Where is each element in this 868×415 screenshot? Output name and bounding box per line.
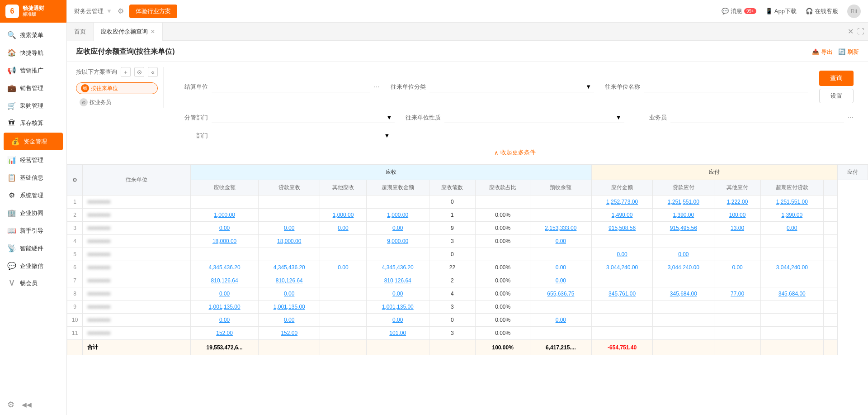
tab-expand-icon[interactable]: ⛶ (857, 28, 864, 36)
sidebar-item-member[interactable]: V 畅会员 (0, 275, 66, 292)
dept-mgr-select[interactable]: ▼ (212, 112, 395, 123)
settings-button[interactable]: 设置 (819, 89, 854, 103)
sidebar-item-guide[interactable]: 📖 新手引导 (0, 222, 66, 239)
bottom-collapse-icon[interactable]: ◀◀ (22, 401, 32, 408)
settings-col-header[interactable]: ⚙ (67, 165, 83, 196)
footer-row: 合计 19,553,472,6... 100.00% 6,417,215....… (67, 340, 868, 355)
sidebar-item-nav[interactable]: 🏠 快捷导航 (0, 44, 66, 62)
partner-name-input[interactable] (644, 81, 808, 92)
table-row: 7■■■■■■■810,126.64810,126.64810,126.6420… (67, 274, 868, 287)
bottom-settings-icon[interactable]: ⚙ (7, 400, 14, 410)
app-download-item[interactable]: 📱 App下载 (765, 7, 797, 15)
scheme-label: 按以下方案查询 (76, 68, 117, 76)
salesperson-label: 业务员 (635, 114, 667, 122)
tab-home-label: 首页 (74, 28, 86, 36)
message-icon: 💬 (722, 8, 729, 14)
filter-row-3: 部门 ▼ (171, 129, 859, 143)
field-partner-name: 往来单位名称 (599, 80, 814, 94)
sidebar-item-basic[interactable]: 📋 基础信息 (0, 169, 66, 186)
partner-name-label: 往来单位名称 (605, 83, 640, 91)
tab-close-icon[interactable]: ✕ (151, 29, 155, 35)
ap-group-header: 应付 (591, 165, 837, 180)
wechat-icon: 💬 (7, 262, 16, 270)
sidebar-item-purchase[interactable]: 🛒 采购管理 (0, 97, 66, 114)
export-button[interactable]: 📤 导出 (812, 48, 833, 56)
sidebar-label-hardware: 智能硬件 (20, 244, 43, 253)
field-partner-category: 往来单位分类 ▼ (385, 80, 599, 94)
tab-ar-ap[interactable]: 应收应付余额查询 ✕ (94, 23, 163, 41)
sidebar-item-sales[interactable]: 💼 销售管理 (0, 79, 66, 97)
sidebar-item-system[interactable]: ⚙ 系统管理 (0, 186, 66, 204)
table-body: 1■■■■■■■01,252,773.001,251,551.001,222.0… (67, 196, 868, 340)
header-right: 💬 消息 99+ 📱 App下载 🎧 在线客服 Rit (722, 5, 861, 18)
sidebar-label-wechat: 企业微信 (20, 262, 43, 270)
sidebar-item-marketing[interactable]: 📢 营销推广 (0, 62, 66, 79)
inventory-icon: 🏛 (7, 119, 16, 127)
user-name: Rit (851, 8, 858, 14)
ap-overdue-header: 超期应付贷款 (760, 180, 823, 196)
settlement-unit-more[interactable]: ··· (374, 83, 380, 91)
salesperson-more[interactable]: ··· (848, 114, 854, 122)
tab-close-all-icon[interactable]: ✕ (848, 27, 854, 36)
add-scheme-button[interactable]: + (121, 67, 131, 77)
partner-nature-select[interactable]: ▼ (444, 112, 624, 123)
basic-icon: 📋 (7, 173, 16, 182)
scheme-partner-label: 按往来单位 (91, 85, 118, 92)
scheme-salesperson[interactable]: ⊙ 按业务员 (76, 97, 158, 108)
app-download-label: App下载 (774, 7, 797, 15)
dept-select[interactable]: ▼ (212, 130, 392, 141)
logo-sub: 标准版 (23, 11, 44, 18)
filter-row-1: 结算单位 ··· 往来单位分类 ▼ 往来单位名称 (171, 67, 859, 107)
export-icon: 📤 (812, 48, 819, 55)
table-row: 3■■■■■■■0.000.000.000.0090.00%2,153,333.… (67, 222, 868, 235)
table-container[interactable]: ⚙ 往来单位 应收 应付 应付 应收金额 贷款应收 其他应收 超期应收金额 应收… (67, 164, 868, 415)
promo-button[interactable]: 体验行业方案 (129, 5, 177, 18)
sidebar-item-inventory[interactable]: 🏛 库存核算 (0, 114, 66, 132)
home-icon: 🏠 (7, 48, 16, 57)
purchase-icon: 🛒 (7, 101, 16, 110)
sidebar-label-sales: 销售管理 (20, 84, 43, 92)
message-item[interactable]: 💬 消息 99+ (722, 7, 756, 15)
collapse-button[interactable]: ∧ 收起更多条件 (487, 147, 543, 158)
partner-col-header: 往来单位 (83, 165, 190, 196)
table-row: 1■■■■■■■01,252,773.001,251,551.001,222.0… (67, 196, 868, 209)
sidebar-item-search[interactable]: 🔍 搜索菜单 (0, 26, 66, 44)
table-row: 8■■■■■■■0.000.000.0040.00%655,636.75345,… (67, 287, 868, 301)
edit-scheme-button[interactable]: ⊙ (134, 67, 144, 77)
sidebar-item-operation[interactable]: 📊 经营管理 (0, 151, 66, 169)
tab-bar-right: ✕ ⛶ (848, 27, 868, 36)
tab-home[interactable]: 首页 (67, 23, 94, 41)
corp-icon: 🏢 (7, 209, 16, 217)
finance-icon: 💰 (11, 137, 20, 146)
breadcrumb: 财务云管理 ▼ (74, 7, 112, 15)
scheme-salesperson-label: 按业务员 (90, 99, 111, 106)
page-title: 应收应付余额查询(按往来单位) (76, 47, 175, 57)
filter-row-2: 分管部门 ▼ 往来单位性质 ▼ 业务员 (171, 110, 859, 125)
sidebar-item-finance[interactable]: 💰 资金管理 (4, 133, 63, 150)
sidebar-item-corp[interactable]: 🏢 企业协同 (0, 204, 66, 222)
refresh-button[interactable]: 🔄 刷新 (838, 48, 859, 56)
sidebar-label-corp: 企业协同 (20, 209, 43, 217)
sidebar-item-hardware[interactable]: 📡 智能硬件 (0, 239, 66, 257)
header-gear-icon[interactable]: ⚙ (118, 7, 124, 15)
more-scheme-button[interactable]: « (148, 67, 158, 77)
sidebar-menu: 🔍 搜索菜单 🏠 快捷导航 📢 营销推广 💼 销售管理 🛒 采购管理 🏛 库存核… (0, 23, 66, 394)
sidebar-label-marketing: 营销推广 (20, 67, 43, 75)
ap-amount-header: 应付金额 (591, 180, 653, 196)
online-service-item[interactable]: 🎧 在线客服 (806, 7, 838, 15)
salesperson-input[interactable] (670, 112, 844, 123)
ap-loan-header: 贷款应付 (653, 180, 714, 196)
page-header: 应收应付余额查询(按往来单位) 📤 导出 🔄 刷新 (67, 41, 868, 62)
extra-col: 应付 (837, 165, 868, 180)
logo: 6 畅捷通财 标准版 (0, 0, 66, 23)
settlement-unit-input[interactable] (212, 81, 370, 92)
ar-count-header: 应收笔数 (429, 180, 476, 196)
ar-other-header: 其他应收 (320, 180, 367, 196)
filter-area: 按以下方案查询 + ⊙ « 畅 按往来单位 ⊙ 按业务员 (67, 62, 868, 164)
query-button[interactable]: 查询 (819, 71, 854, 86)
user-avatar[interactable]: Rit (847, 5, 861, 18)
ar-ratio-header: 应收款占比 (476, 180, 530, 196)
partner-category-select[interactable]: ▼ (429, 81, 594, 92)
scheme-partner[interactable]: 畅 按往来单位 (76, 82, 158, 94)
sidebar-item-wechat[interactable]: 💬 企业微信 (0, 257, 66, 275)
